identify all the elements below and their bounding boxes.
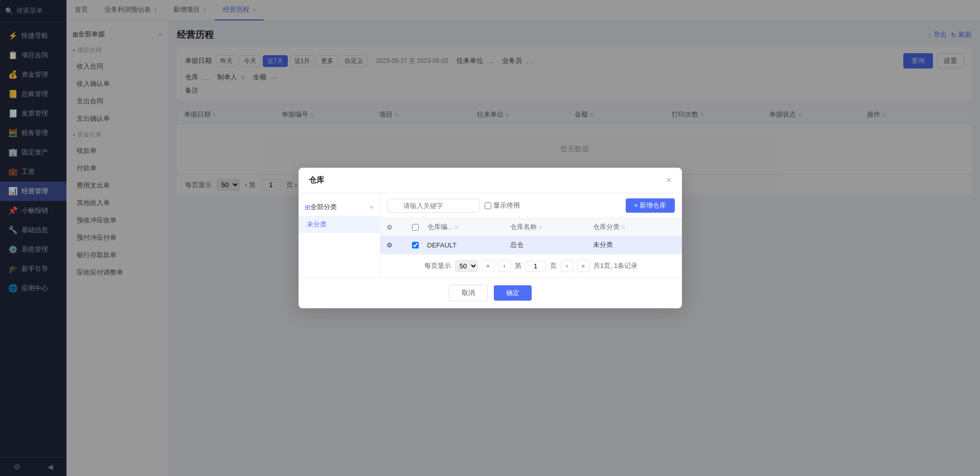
row-code: DEFAULT <box>427 241 510 249</box>
row-category: 未分类 <box>593 240 676 250</box>
row-check[interactable] <box>412 242 427 248</box>
sort-category-icon: ⇅ <box>621 224 625 230</box>
sort-code-icon: ⇅ <box>454 224 458 230</box>
modal-per-page-select[interactable]: 50 <box>455 260 478 272</box>
warehouse-search-input[interactable] <box>388 199 480 213</box>
modal-page-input[interactable] <box>526 261 546 271</box>
row-checkbox[interactable] <box>412 242 419 248</box>
cancel-btn[interactable]: 取消 <box>449 285 488 301</box>
modal-body: ⊞ 全部分类 « 未分类 🔍 显示停用 <box>299 193 682 277</box>
show-disabled-checkbox[interactable]: 显示停用 <box>485 201 520 210</box>
pager-total-info: 共1页, 1条记录 <box>594 261 638 270</box>
modal-table-header: ⚙ 仓库编... ⇅ 仓库名称 ⇅ <box>380 218 682 236</box>
confirm-btn[interactable]: 确定 <box>494 285 532 301</box>
pager-next-btn[interactable]: › <box>561 260 573 272</box>
th-category: 仓库分类 ⇅ <box>593 222 676 232</box>
modal-overlay: 仓库 × ⊞ 全部分类 « 未分类 🔍 <box>0 0 980 476</box>
modal-left-items: 未分类 <box>299 216 380 233</box>
modal-table: ⚙ 仓库编... ⇅ 仓库名称 ⇅ <box>380 218 682 254</box>
modal-footer-actions: 取消 确定 <box>299 277 682 308</box>
modal-left-collapse[interactable]: « <box>370 203 374 211</box>
add-warehouse-btn[interactable]: + 新增仓库 <box>626 198 674 213</box>
th-code: 仓库编... ⇅ <box>427 222 510 232</box>
row-settings: ⚙ <box>386 241 412 249</box>
show-disabled-label: 显示停用 <box>493 201 520 210</box>
modal-title: 仓库 <box>309 175 324 185</box>
sort-name-icon: ⇅ <box>538 224 542 230</box>
warehouse-modal: 仓库 × ⊞ 全部分类 « 未分类 🔍 <box>299 168 682 308</box>
row-settings-icon: ⚙ <box>386 241 393 249</box>
modal-left-item-未分类[interactable]: 未分类 <box>299 216 380 233</box>
modal-per-page-label: 每页显示 <box>424 261 451 270</box>
all-categories-icon: ⊞ <box>305 203 310 211</box>
pager-last-btn[interactable]: » <box>577 260 589 272</box>
modal-close-btn[interactable]: × <box>666 175 672 186</box>
search-wrapper: 🔍 <box>388 199 480 213</box>
modal-right-panel: 🔍 显示停用 + 新增仓库 ⚙ <box>380 193 682 277</box>
settings-col-icon: ⚙ <box>386 223 393 231</box>
modal-table-body: ⚙ DEFAULT 总仓 未分类 <box>380 236 682 254</box>
modal-toolbar: 🔍 显示停用 + 新增仓库 <box>380 193 682 218</box>
th-name: 仓库名称 ⇅ <box>510 222 593 232</box>
th-settings: ⚙ <box>386 223 412 231</box>
th-check <box>412 224 427 231</box>
modal-left-panel: ⊞ 全部分类 « 未分类 <box>299 193 380 277</box>
pager-prev-btn[interactable]: ‹ <box>498 260 511 272</box>
modal-left-header: ⊞ 全部分类 « <box>299 198 380 216</box>
select-all-checkbox[interactable] <box>412 224 419 231</box>
pager-page-unit: 页 <box>550 261 557 270</box>
pager-first-btn[interactable]: « <box>482 260 494 272</box>
pager-page-label: 第 <box>515 261 521 270</box>
modal-table-row[interactable]: ⚙ DEFAULT 总仓 未分类 <box>380 236 682 254</box>
modal-header: 仓库 × <box>299 168 682 193</box>
all-categories-label[interactable]: 全部分类 <box>310 202 337 212</box>
modal-pager: 每页显示 50 « ‹ 第 页 › » 共1页, 1条记录 <box>380 254 682 277</box>
row-name: 总仓 <box>510 240 593 250</box>
disabled-checkbox-input[interactable] <box>485 202 491 209</box>
